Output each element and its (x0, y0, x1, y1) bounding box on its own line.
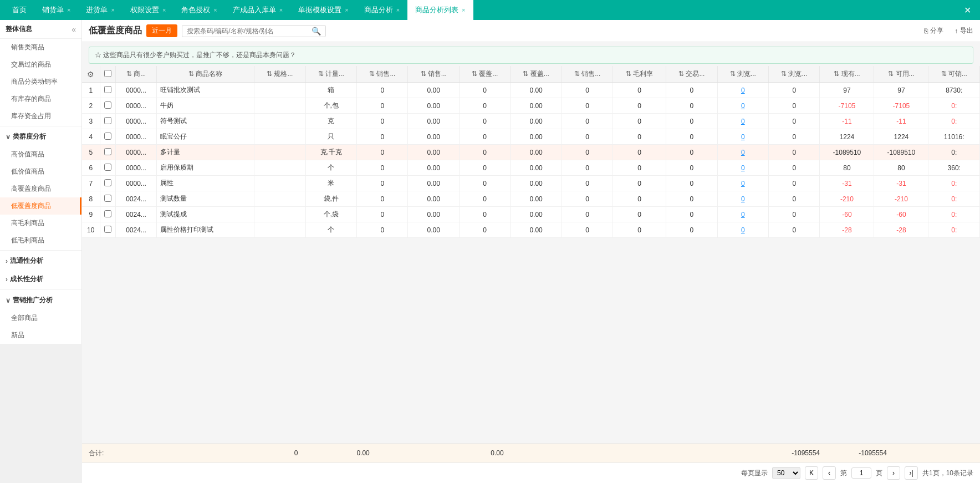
nav-item-permission[interactable]: 权限设置 × (122, 0, 173, 20)
col-header-name[interactable]: ⇅ 商品名称 (157, 66, 254, 83)
col-header-gear[interactable]: ⚙ (82, 66, 100, 83)
nav-close-role[interactable]: × (213, 7, 217, 13)
cell-checkbox[interactable] (100, 145, 115, 160)
window-close-button[interactable]: ✕ (959, 5, 976, 16)
cell-checkbox[interactable] (100, 176, 115, 191)
nav-item-purchase[interactable]: 进货单 × (78, 0, 122, 20)
cell-checkbox[interactable] (100, 114, 115, 129)
first-page-button[interactable]: K (805, 466, 818, 480)
row-checkbox[interactable] (104, 133, 111, 140)
nav-item-analysis-list[interactable]: 商品分析列表 × (407, 0, 473, 20)
col-header-unit[interactable]: ⇅ 计量... (305, 66, 356, 83)
col-header-sales3[interactable]: ⇅ 销售... (562, 66, 612, 83)
nav-close-template[interactable]: × (345, 7, 348, 13)
nav-close-permission[interactable]: × (162, 7, 166, 13)
cell-browse1[interactable]: 0 (717, 83, 768, 98)
cell-checkbox[interactable] (100, 160, 115, 176)
sidebar-item-low-margin[interactable]: 低毛利商品 (0, 232, 81, 249)
cell-checkbox[interactable] (100, 129, 115, 145)
col-header-cover2[interactable]: ⇅ 覆盖... (511, 66, 562, 83)
row-checkbox[interactable] (104, 226, 111, 233)
nav-close-analysis-list[interactable]: × (462, 7, 465, 13)
sidebar-item-high-coverage[interactable]: 高覆盖度商品 (0, 180, 81, 197)
search-input[interactable] (187, 27, 312, 35)
next-page-button[interactable]: › (887, 466, 900, 480)
nav-item-home[interactable]: 首页 (4, 0, 34, 20)
sidebar-item-high-value[interactable]: 高价值商品 (0, 146, 81, 163)
col-header-sales-amount[interactable]: ⇅ 销售... (408, 66, 459, 83)
sidebar-group-category-analysis[interactable]: ∨ 类群度分析 (0, 128, 81, 146)
cell-browse1[interactable]: 0 (717, 129, 768, 145)
col-header-browse2[interactable]: ⇅ 浏览... (768, 66, 819, 83)
cell-browse1[interactable]: 0 (717, 222, 768, 238)
last-page-button[interactable]: ›| (905, 466, 918, 480)
sidebar-item-sales-products[interactable]: 销售类商品 (0, 39, 81, 56)
col-header-gross-margin[interactable]: ⇅ 毛利率 (613, 66, 666, 83)
row-checkbox[interactable] (104, 179, 111, 186)
sidebar-item-new-products[interactable]: 新品 (0, 327, 81, 344)
nav-item-sales[interactable]: 销货单 × (34, 0, 78, 20)
col-header-spec[interactable]: ⇅ 规格... (254, 66, 305, 83)
row-checkbox[interactable] (104, 86, 111, 93)
nav-item-product-analysis[interactable]: 商品分析 × (356, 0, 407, 20)
row-checkbox[interactable] (104, 148, 111, 155)
cell-browse1[interactable]: 0 (717, 98, 768, 114)
gear-icon[interactable]: ⚙ (87, 70, 94, 79)
nav-item-role[interactable]: 角色授权 × (173, 0, 224, 20)
page-input[interactable] (851, 467, 871, 479)
col-header-available-stock[interactable]: ⇅ 可用... (874, 66, 928, 83)
col-header-sales-count[interactable]: ⇅ 销售... (356, 66, 407, 83)
row-checkbox[interactable] (104, 210, 111, 217)
cell-code: 0000... (115, 129, 157, 145)
sidebar-group-liquidity[interactable]: › 流通性分析 (0, 252, 81, 270)
search-icon[interactable]: 🔍 (312, 27, 321, 35)
sidebar-item-all-products[interactable]: 全部商品 (0, 309, 81, 327)
sidebar-item-capital-usage[interactable]: 库存资金占用 (0, 108, 81, 125)
cell-sales-amount: 0.00 (408, 222, 459, 238)
cell-browse1[interactable]: 0 (717, 191, 768, 207)
nav-item-template[interactable]: 单据模板设置 × (290, 0, 356, 20)
sidebar-item-traded-products[interactable]: 交易过的商品 (0, 56, 81, 73)
cell-checkbox[interactable] (100, 83, 115, 98)
sidebar-group-marketing[interactable]: ∨ 营销推广分析 (0, 291, 81, 309)
cell-checkbox[interactable] (100, 98, 115, 114)
col-header-saleable[interactable]: ⇅ 可销... (928, 66, 980, 83)
time-filter-button[interactable]: 近一月 (146, 24, 177, 37)
col-header-current-stock[interactable]: ⇅ 现有... (820, 66, 874, 83)
select-all-checkbox[interactable] (104, 70, 111, 77)
col-header-code[interactable]: ⇅ 商... (115, 66, 157, 83)
sidebar-group-growth[interactable]: › 成长性分析 (0, 270, 81, 288)
nav-close-sales[interactable]: × (67, 7, 70, 13)
col-header-browse1[interactable]: ⇅ 浏览... (717, 66, 768, 83)
cell-browse1[interactable]: 0 (717, 114, 768, 129)
cell-checkbox[interactable] (100, 207, 115, 222)
cell-checkbox[interactable] (100, 222, 115, 238)
col-header-cover1[interactable]: ⇅ 覆盖... (459, 66, 510, 83)
cell-checkbox[interactable] (100, 191, 115, 207)
cell-browse1[interactable]: 0 (717, 145, 768, 160)
sidebar-item-stocked-products[interactable]: 有库存的商品 (0, 90, 81, 108)
row-checkbox[interactable] (104, 117, 111, 124)
row-checkbox[interactable] (104, 101, 111, 109)
cell-browse1[interactable]: 0 (717, 160, 768, 176)
sidebar-item-category-rate[interactable]: 商品分类动销率 (0, 73, 81, 90)
row-checkbox[interactable] (104, 164, 111, 171)
col-header-transaction[interactable]: ⇅ 交易... (666, 66, 717, 83)
page-size-select[interactable]: 50 100 200 (772, 467, 800, 479)
row-checkbox[interactable] (104, 195, 111, 202)
sidebar-collapse-icon[interactable]: « (72, 25, 76, 34)
sidebar-item-high-margin[interactable]: 高毛利商品 (0, 215, 81, 232)
cell-gross-margin: 0 (613, 207, 666, 222)
nav-close-product-entry[interactable]: × (279, 7, 283, 13)
share-button[interactable]: ⎘ 分享 (924, 26, 943, 35)
sidebar-item-low-value[interactable]: 低价值商品 (0, 163, 81, 180)
nav-close-purchase[interactable]: × (111, 7, 114, 13)
nav-item-product-entry[interactable]: 产成品入库单 × (225, 0, 290, 20)
col-header-checkbox[interactable] (100, 66, 115, 83)
export-button[interactable]: ↑ 导出 (955, 26, 973, 35)
sidebar-item-low-coverage[interactable]: 低覆盖度商品 (0, 197, 81, 215)
cell-browse1[interactable]: 0 (717, 176, 768, 191)
cell-browse1[interactable]: 0 (717, 207, 768, 222)
prev-page-button[interactable]: ‹ (823, 466, 836, 480)
nav-close-product-analysis[interactable]: × (396, 7, 400, 13)
